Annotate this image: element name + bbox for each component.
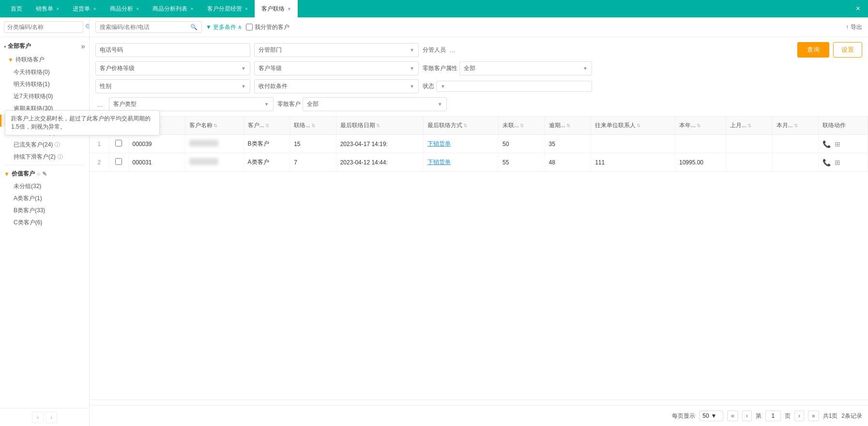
sidebar-fold-button[interactable]: »	[81, 43, 85, 50]
query-button[interactable]: 查询	[797, 42, 829, 58]
more-conditions-button[interactable]: ▼ 更多条件 ∧	[206, 23, 242, 31]
overdue-column-header[interactable]: 逾期... ⇅	[545, 117, 591, 135]
contact-count-column-header[interactable]: 联络... ⇅	[290, 117, 336, 135]
row2-phone-icon[interactable]: 📞	[822, 159, 831, 166]
nav-customer-tier[interactable]: 客户分层经营 ×	[200, 0, 255, 17]
row1-checkbox[interactable]	[109, 135, 128, 153]
last-month-column-header[interactable]: 上月... ⇅	[726, 117, 773, 135]
per-page-select[interactable]: 50 ▼	[699, 411, 723, 421]
filter-search-input[interactable]	[100, 24, 190, 30]
tree-value-section[interactable]: ▼ 价值客户 ○ ✎	[0, 167, 89, 180]
this-month-sort-icon: ⇅	[794, 123, 798, 128]
customer-type-dropdown-icon: ▼	[264, 102, 269, 107]
setting-button[interactable]: 设置	[833, 42, 862, 58]
window-close-button[interactable]: ×	[852, 2, 864, 15]
value-settings-icon[interactable]: ✎	[42, 171, 47, 177]
retail-customer-select[interactable]: 全部 ▼	[303, 97, 447, 111]
nav-product-list[interactable]: 商品分析列表 ×	[146, 0, 200, 17]
row1-phone-icon[interactable]: 📞	[822, 140, 831, 148]
row2-code: 000031	[128, 153, 185, 172]
nav-home[interactable]: 首页	[4, 0, 29, 17]
customer-type-field[interactable]: 客户类型 ▼	[109, 97, 274, 111]
payment-terms-dropdown-icon: ▼	[410, 84, 414, 89]
first-page-button[interactable]: «	[727, 411, 738, 421]
horizontal-scrollbar[interactable]	[90, 399, 868, 405]
close-sales-tab[interactable]: ×	[56, 6, 59, 12]
filter-row-2: 客户价格等级 ▼ 客户等级 ▼ 零散客户属性 全部 ▼	[95, 61, 862, 75]
retail-attr-select[interactable]: 全部 ▼	[459, 61, 592, 75]
advanced-filter: 电话号码 分管部门 ▼ 分管人员 ... 查询 设置	[90, 37, 868, 117]
filter-search-box[interactable]: 🔍	[95, 21, 202, 33]
this-year-column-header[interactable]: 本年... ⇅	[675, 117, 726, 135]
my-customers-filter[interactable]: 我分管的客户	[246, 23, 289, 31]
close-product-analysis-tab[interactable]: ×	[136, 6, 139, 12]
page-label: 第	[756, 412, 761, 420]
payment-terms-field[interactable]: 收付款条件 ▼	[254, 79, 419, 93]
value-label: 价值客户	[12, 170, 35, 178]
phone-field[interactable]: 电话号码	[95, 43, 250, 57]
department-field[interactable]: 分管部门 ▼	[254, 43, 419, 57]
nav-purchase[interactable]: 进货单 ×	[66, 0, 103, 17]
next-page-button[interactable]: ›	[794, 411, 804, 421]
last-contact-date-column-header[interactable]: 最后联络日期 ⇅	[336, 117, 423, 135]
row2-checkbox-input[interactable]	[115, 158, 122, 165]
main-layout: 🔍 ▪ 全部客户 » ▼ 待联络客户 今天待联络(0) 明天待联络(1) 近7天…	[0, 17, 868, 426]
close-product-list-tab[interactable]: ×	[190, 6, 193, 12]
customer-level-field[interactable]: 客户等级 ▼	[254, 61, 419, 75]
tree-all-customers[interactable]: ▪ 全部客户 »	[0, 39, 89, 53]
tree-b-class[interactable]: B类客户(33)	[0, 205, 89, 217]
page-number-input[interactable]	[765, 411, 781, 421]
tree-ungroup[interactable]: 未分组(32)	[0, 180, 89, 192]
nav-product-analysis[interactable]: 商品分析 ×	[103, 0, 146, 17]
row2-last-contact-link[interactable]: 下销货单	[427, 159, 451, 165]
close-customer-contact-tab[interactable]: ×	[288, 6, 290, 12]
this-month-column-header[interactable]: 本月... ⇅	[772, 117, 819, 135]
not-contacted-sort-icon: ⇅	[520, 123, 524, 128]
sidebar-prev-btn[interactable]: ‹	[32, 411, 44, 423]
churned-icon: ⓘ	[55, 141, 60, 148]
row1-more-icon[interactable]: ⊞	[835, 140, 840, 148]
not-contacted-column-header[interactable]: 未联... ⇅	[499, 117, 545, 135]
row1-contact-person	[591, 135, 675, 153]
tree-pending-section[interactable]: ▼ 待联络客户	[0, 53, 89, 66]
filter-search-icon[interactable]: 🔍	[190, 24, 198, 30]
row1-last-contact-link[interactable]: 下销货单	[427, 140, 451, 147]
nav-sales[interactable]: 销售单 ×	[29, 0, 66, 17]
sidebar-search-input[interactable]	[4, 21, 83, 33]
row2-more-icon[interactable]: ⊞	[835, 159, 840, 166]
type-column-header[interactable]: 客户... ⇅	[244, 117, 290, 135]
sidebar-search-icon[interactable]: 🔍	[85, 24, 90, 30]
row2-action-icons: 📞 ⊞	[822, 159, 864, 166]
more-filter-dots-button[interactable]: ...	[95, 101, 105, 108]
close-customer-tier-tab[interactable]: ×	[245, 6, 248, 12]
price-level-field[interactable]: 客户价格等级 ▼	[95, 61, 250, 75]
last-contact-method-column-header[interactable]: 最后联络方式 ⇅	[423, 117, 498, 135]
gender-field[interactable]: 性别 ▼	[95, 79, 250, 93]
tree-declining[interactable]: 持续下滑客户(2) ⓘ	[0, 151, 89, 163]
row1-checkbox-input[interactable]	[115, 140, 122, 147]
tree-c-class[interactable]: C类客户(6)	[0, 217, 89, 229]
value-edit-icon[interactable]: ○	[37, 171, 40, 177]
status-select[interactable]: ▼	[436, 81, 592, 92]
export-button[interactable]: ↑ 导出	[846, 23, 862, 31]
nav-customer-contact[interactable]: 客户联络 ×	[255, 0, 297, 17]
row2-contact-person: 111	[591, 153, 675, 172]
tree-today-pending[interactable]: 今天待联络(0)	[0, 66, 89, 78]
tree-a-class[interactable]: A类客户(1)	[0, 192, 89, 205]
prev-page-button[interactable]: ‹	[742, 411, 752, 421]
row1-overdue: 35	[545, 135, 591, 153]
last-page-button[interactable]: »	[808, 411, 819, 421]
tree-week-pending[interactable]: 近7天待联络(0)	[0, 90, 89, 103]
sidebar-next-btn[interactable]: ›	[46, 411, 57, 423]
manager-dots-button[interactable]: ...	[448, 46, 457, 54]
contact-person-column-header[interactable]: 往来单位联系人 ⇅	[591, 117, 675, 135]
table-scroll-container[interactable]: ⚙ 客户编码 ⇅	[90, 117, 868, 399]
row2-checkbox[interactable]	[109, 153, 128, 172]
tree-tomorrow-pending[interactable]: 明天待联络(1)	[0, 78, 89, 90]
row1-last-contact-method[interactable]: 下销货单	[423, 135, 498, 153]
name-column-header[interactable]: 客户名称 ⇅	[185, 117, 244, 135]
tree-churned[interactable]: 已流失客户(24) ⓘ	[0, 139, 89, 151]
close-purchase-tab[interactable]: ×	[93, 6, 96, 12]
my-customers-checkbox[interactable]	[246, 24, 253, 30]
row2-last-contact-method[interactable]: 下销货单	[423, 153, 498, 172]
